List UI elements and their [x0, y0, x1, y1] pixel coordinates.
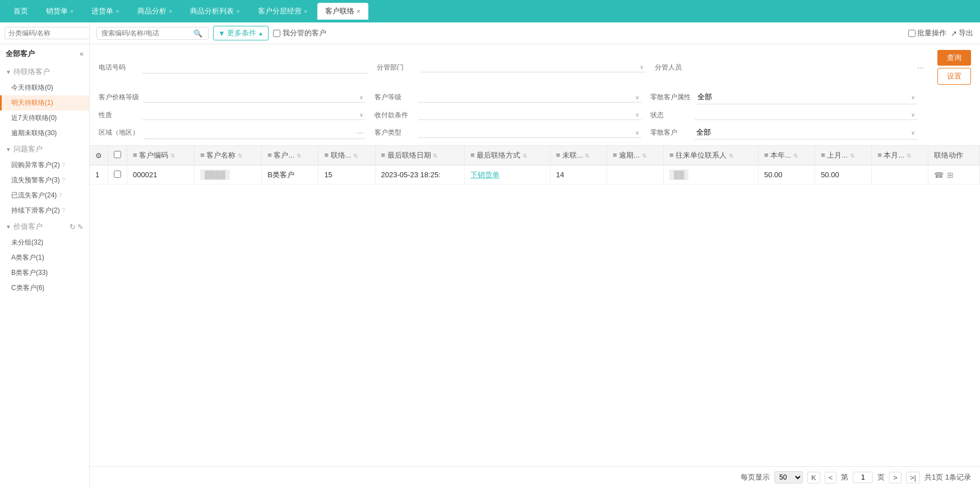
checkbox-header[interactable] — [108, 146, 127, 165]
query-button[interactable]: 查询 — [937, 50, 971, 66]
col-this-month[interactable]: ≡ 本月... ⇅ — [872, 146, 928, 165]
gear-header[interactable]: ⚙ — [90, 146, 108, 165]
search-icon[interactable]: 🔍 — [193, 29, 202, 38]
table-row: 1 000021 ████ B类客户 15 2023-05-23 18:25: … — [90, 165, 980, 185]
filter-price-level: 客户价格等级 ∨ — [99, 93, 366, 103]
nav-tab-customer-contact[interactable]: 客户联络 × — [317, 3, 368, 20]
action-phone-icon[interactable]: ☎ — [934, 171, 944, 179]
filter-customer-level-label: 客户等级 — [375, 93, 414, 102]
search-input[interactable] — [101, 29, 191, 37]
sidebar-item-tomorrow-contact[interactable]: 明天待联络(1) — [0, 95, 89, 111]
group-value-customers[interactable]: ▼ 价值客户 ↻ ✎ — [0, 218, 89, 235]
filter-status-select[interactable]: ∨ — [694, 110, 917, 120]
col-last-date[interactable]: ≡ 最后联络日期 ⇅ — [375, 146, 465, 165]
filter-customer-level-select[interactable]: ∨ — [418, 93, 641, 103]
my-customers-checkbox[interactable]: 我分管的客户 — [273, 28, 326, 38]
group-pending-contact[interactable]: ▼ 待联络客户 — [0, 63, 89, 80]
col-contact[interactable]: ≡ 联络... ⇅ — [318, 146, 375, 165]
filter-payment: 收付款条件 ∨ — [375, 110, 641, 120]
edit-icon[interactable]: ✎ — [77, 223, 84, 231]
reset-button[interactable]: 设置 — [937, 68, 971, 85]
manager-dots-button[interactable]: ··· — [917, 63, 924, 72]
first-page-button[interactable]: K — [807, 472, 820, 484]
col-unit-contact[interactable]: ≡ 往来单位联系人 ⇅ — [664, 146, 759, 165]
close-sales-tab[interactable]: × — [70, 8, 73, 15]
nav-tab-sales[interactable]: 销货单 × — [38, 3, 81, 20]
col-last-month[interactable]: ≡ 上月... ⇅ — [815, 146, 872, 165]
col-type[interactable]: ≡ 客户... ⇅ — [262, 146, 318, 165]
filter-customer-type-select[interactable]: ∨ — [418, 128, 641, 138]
prev-page-button[interactable]: < — [825, 472, 837, 484]
sidebar-search-input[interactable] — [4, 27, 90, 39]
sidebar-item-class-c[interactable]: C类客户(6) — [0, 280, 89, 296]
sidebar-item-repurchase-abnormal[interactable]: 回购异常客户(2) ? — [0, 158, 89, 173]
nav-tab-purchase[interactable]: 进货单 × — [84, 3, 127, 20]
page-input[interactable] — [853, 472, 873, 483]
my-customers-check[interactable] — [273, 30, 280, 37]
triangle-problem: ▼ — [6, 146, 11, 153]
col-this-year[interactable]: ≡ 本年... ⇅ — [759, 146, 815, 165]
table-area: ⚙ ≡ 客户编码 ⇅ ≡ 客户名称 ⇅ ≡ 客户... ⇅ ≡ 联络... ⇅ … — [90, 146, 980, 466]
sidebar-item-class-b[interactable]: B类客户(33) — [0, 265, 89, 280]
sort-type-icon: ⇅ — [297, 153, 301, 159]
filter-status-label: 状态 — [650, 111, 690, 120]
filter-phone-input[interactable] — [142, 62, 368, 73]
sort-unit-icon: ⇅ — [729, 153, 733, 159]
col-name[interactable]: ≡ 客户名称 ⇅ — [195, 146, 262, 165]
collapse-icon[interactable]: « — [80, 50, 84, 58]
page-size-select[interactable]: 50 10 20 100 — [774, 471, 803, 484]
search-box[interactable]: 🔍 — [96, 27, 209, 40]
next-page-button[interactable]: > — [889, 472, 902, 484]
col-code[interactable]: ≡ 客户编码 ⇅ — [127, 146, 195, 165]
filter-customer-type: 客户类型 ∨ — [375, 128, 641, 138]
sort-this-year-icon: ⇅ — [793, 153, 798, 159]
filter-nature-select[interactable]: ∨ — [142, 110, 366, 120]
close-customer-contact-tab[interactable]: × — [357, 8, 360, 15]
filter-retail-customer-select[interactable]: 全部 ∨ — [694, 126, 917, 140]
sidebar-item-churn-warning[interactable]: 流失预警客户(3) ? — [0, 173, 89, 188]
sidebar-item-churned[interactable]: 已流失客户(24) ? — [0, 188, 89, 203]
close-analysis-tab[interactable]: × — [169, 8, 172, 15]
filter-dept-select[interactable]: ∨ — [420, 62, 646, 72]
col-not-contacted[interactable]: ≡ 未联... ⇅ — [550, 146, 607, 165]
sidebar-item-declining[interactable]: 持续下滑客户(2) ? — [0, 203, 89, 218]
sidebar-item-unclassified[interactable]: 未分组(32) — [0, 235, 89, 250]
filter-retail-attr-select[interactable]: 全部 ∨ — [695, 90, 917, 104]
filter-region: 区域（地区） ··· — [99, 126, 366, 139]
nav-tab-analysis[interactable]: 商品分析 × — [130, 3, 180, 20]
export-button[interactable]: ↗ 导出 — [951, 28, 973, 38]
nav-home[interactable]: 首页 — [6, 3, 36, 20]
filter-price-level-select[interactable]: ∨ — [144, 93, 366, 103]
more-conditions-button[interactable]: ▼ 更多条件 ▲ — [213, 26, 269, 40]
filter-payment-select[interactable]: ∨ — [418, 110, 641, 120]
filter-dept: 分管部门 ∨ — [377, 62, 646, 72]
close-analysis-list-tab[interactable]: × — [236, 8, 239, 15]
retail-customer-arrow-icon: ∨ — [911, 130, 915, 136]
row-checkbox[interactable] — [114, 171, 121, 178]
sidebar-item-overdue-contact[interactable]: 逾期未联络(30) — [0, 126, 89, 141]
sidebar-item-week-contact[interactable]: 近7天待联络(0) — [0, 111, 89, 126]
nav-tab-customer-ops[interactable]: 客户分层经营 × — [250, 3, 315, 20]
batch-check[interactable] — [908, 30, 916, 37]
refresh-icon[interactable]: ↻ — [70, 223, 76, 231]
sidebar-item-today-contact[interactable]: 今天待联络(0) — [0, 80, 89, 95]
col-action: 联络动作 — [928, 146, 980, 165]
sidebar-item-class-a[interactable]: A类客户(1) — [0, 250, 89, 265]
region-dots-button[interactable]: ··· — [357, 128, 363, 137]
filter-price-level-label: 客户价格等级 — [99, 93, 139, 102]
select-all-checkbox[interactable] — [114, 151, 121, 158]
sort-contact-icon: ⇅ — [353, 153, 358, 159]
last-page-button[interactable]: >| — [906, 472, 920, 484]
row-checkbox-cell[interactable] — [108, 165, 127, 185]
row-last-way[interactable]: 下销货单 — [465, 165, 551, 185]
col-overdue[interactable]: ≡ 逾期... ⇅ — [607, 146, 663, 165]
group-problem-customers[interactable]: ▼ 问题客户 — [0, 141, 89, 158]
close-purchase-tab[interactable]: × — [115, 8, 119, 15]
close-customer-ops-tab[interactable]: × — [304, 8, 307, 15]
batch-op-button[interactable]: 批量操作 — [908, 28, 946, 38]
pagination: 每页显示 50 10 20 100 K < 第 页 > >| 共1页 1条记录 — [90, 466, 980, 488]
all-customers-label[interactable]: 全部客户 « — [0, 44, 89, 63]
col-last-way[interactable]: ≡ 最后联络方式 ⇅ — [465, 146, 551, 165]
nav-tab-analysis-list[interactable]: 商品分析列表 × — [182, 3, 247, 20]
action-grid-icon[interactable]: ⊞ — [947, 171, 954, 179]
